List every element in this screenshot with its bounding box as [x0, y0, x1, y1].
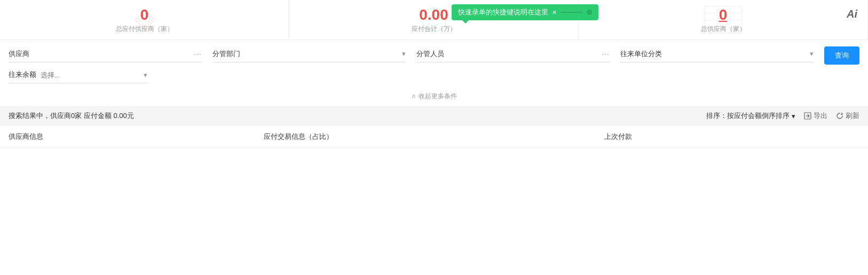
filter-person: 分管人员 ···: [416, 49, 610, 62]
svg-point-4: [436, 15, 439, 18]
col-transaction-header: 应付交易信息（占比）: [264, 132, 604, 142]
stat-total-payable-suppliers: 0 总应付供应商（家）: [0, 0, 289, 40]
filter-supplier: 供应商 ···: [9, 49, 202, 62]
sort-select[interactable]: 排序：按应付会额倒序排序 ▾: [706, 111, 795, 121]
refresh-icon: [836, 112, 843, 120]
person-input[interactable]: [448, 50, 602, 58]
table-header: 供应商信息 应付交易信息（占比） 上次付款: [0, 125, 868, 148]
table-body: [0, 148, 868, 255]
svg-point-3: [428, 15, 431, 18]
filter-balance: 往来余额 ▾: [9, 70, 147, 83]
refresh-button[interactable]: 刷新: [836, 111, 859, 121]
query-button[interactable]: 查询: [824, 46, 859, 65]
sort-chevron: ▾: [792, 112, 795, 120]
filter-bar: 供应商 ··· 分管部门 ▾ 分管人员 ··· 往来单位分类 ▾ 查询 往来余额: [0, 40, 868, 107]
filter-department: 分管部门 ▾: [212, 49, 406, 62]
balance-chevron[interactable]: ▾: [144, 71, 147, 79]
balance-label: 往来余额: [9, 70, 36, 80]
tooltip-line: [561, 12, 582, 13]
unit-label: 往来单位分类: [620, 49, 662, 59]
collapse-row: ∧ 收起更多条件: [9, 89, 859, 106]
svg-rect-0: [135, 10, 154, 29]
results-actions: 排序：按应付会额倒序排序 ▾ 导出 刷新: [706, 111, 859, 121]
export-button[interactable]: 导出: [804, 111, 827, 121]
svg-rect-6: [705, 6, 742, 33]
balance-input[interactable]: [41, 71, 144, 79]
export-label: 导出: [814, 111, 827, 121]
export-icon: [804, 112, 811, 120]
person-dots-button[interactable]: ···: [602, 50, 610, 58]
filter-row-1: 供应商 ··· 分管部门 ▾ 分管人员 ··· 往来单位分类 ▾ 查询: [9, 46, 859, 65]
col-supplier-header: 供应商信息: [9, 132, 264, 142]
col-payment-header: 上次付款: [604, 132, 859, 142]
tooltip-close-button[interactable]: ×: [553, 9, 557, 16]
sort-label: 排序：按应付会额倒序排序: [706, 111, 790, 121]
svg-point-2: [422, 8, 446, 32]
refresh-label: 刷新: [846, 111, 859, 121]
results-info: 搜索结果中，供应商0家 应付金额 0.00元: [9, 111, 134, 121]
svg-point-5: [432, 8, 435, 11]
tooltip-bubble: 快速录单的快捷键说明在这里 ×: [452, 4, 598, 20]
supplier-input[interactable]: [34, 50, 194, 58]
collapse-button[interactable]: ∧ 收起更多条件: [411, 92, 456, 101]
supplier-label: 供应商: [9, 49, 29, 59]
filter-unit: 往来单位分类 ▾: [620, 49, 814, 62]
tooltip-text: 快速录单的快捷键说明在这里: [458, 7, 548, 17]
supplier-dots-button[interactable]: ···: [194, 50, 202, 58]
stats-bar: 0 总应付供应商（家） 0.00 应付合计（万） 0 总供应商（家） 快速录单: [0, 0, 868, 40]
stat-total-suppliers: 0 总供应商（家）: [579, 0, 868, 40]
ai-badge: Ai: [847, 8, 857, 20]
results-bar: 搜索结果中，供应商0家 应付金额 0.00元 排序：按应付会额倒序排序 ▾ 导出…: [0, 107, 868, 125]
person-label: 分管人员: [416, 49, 444, 59]
department-input[interactable]: [244, 50, 402, 58]
filter-row-2: 往来余额 ▾: [9, 70, 859, 83]
tooltip-dot: [587, 10, 592, 15]
unit-input[interactable]: [666, 50, 810, 58]
department-label: 分管部门: [212, 49, 240, 59]
department-chevron[interactable]: ▾: [402, 50, 406, 58]
unit-chevron[interactable]: ▾: [810, 50, 814, 58]
